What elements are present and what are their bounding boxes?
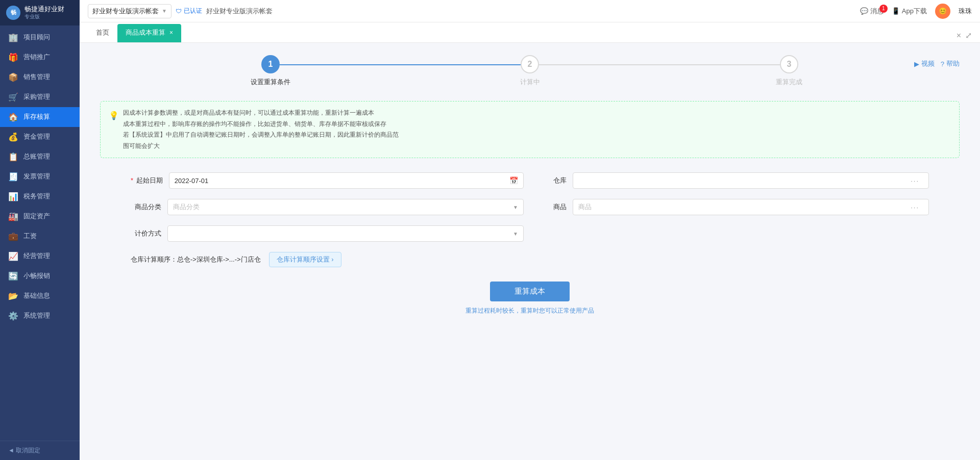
sidebar-item-marketing[interactable]: 🎁 营销推广 <box>0 47 80 67</box>
sidebar-item-sales[interactable]: 📦 销售管理 <box>0 67 80 87</box>
sidebar-item-label: 固定资产 <box>23 212 50 221</box>
payroll-icon: 💼 <box>8 232 18 241</box>
messages-button[interactable]: 💬 消息 1 <box>860 7 884 16</box>
category-select[interactable]: 商品分类 ▼ <box>167 199 524 215</box>
finance-icon: 💰 <box>8 132 18 142</box>
unpin-label: ◄ 取消固定 <box>8 446 40 455</box>
project-icon: 🏢 <box>8 33 18 42</box>
app-download-button[interactable]: 📱 App下载 <box>892 7 927 16</box>
sidebar-item-operations[interactable]: 📈 经营管理 <box>0 246 80 266</box>
sidebar-item-project[interactable]: 🏢 项目顾问 <box>0 28 80 47</box>
edition-label: 专业版 <box>24 13 64 20</box>
account-name-display: 好业财专业版演示帐套 <box>206 7 273 16</box>
sidebar-header: 畅 畅捷通好业财 专业版 <box>0 0 80 25</box>
start-date-value: 2022-07-01 <box>175 177 209 185</box>
sidebar-unpin-button[interactable]: ◄ 取消固定 <box>0 441 80 460</box>
sidebar-item-purchase[interactable]: 🛒 采购管理 <box>0 87 80 107</box>
info-line4: 围可能会扩大 <box>123 141 399 152</box>
sidebar-item-system[interactable]: ⚙️ 系统管理 <box>0 306 80 326</box>
pricing-select[interactable]: ▼ <box>167 225 524 242</box>
tab-recalc[interactable]: 商品成本重算 × <box>117 24 181 42</box>
tabs-bar: 首页 商品成本重算 × × ⤢ <box>80 22 980 43</box>
chevron-down-icon: ▼ <box>162 8 167 14</box>
topbar: 好业财专业版演示帐套 ▼ 🛡 已认证 好业财专业版演示帐套 💬 消息 1 📱 A… <box>80 0 980 22</box>
step-1-circle: 1 <box>261 55 280 73</box>
calc-order-label: 仓库计算顺序：总仓->深圳仓库->...->门店仓 <box>131 255 261 264</box>
sales-icon: 📦 <box>8 72 18 82</box>
help-link[interactable]: ? 帮助 <box>941 59 960 68</box>
warehouse-input[interactable]: ··· <box>573 172 929 189</box>
sidebar-item-label: 工资 <box>23 232 37 241</box>
calendar-icon: 📅 <box>509 176 518 185</box>
product-input[interactable]: 商品 ··· <box>573 199 929 215</box>
product-label: 商品 <box>536 202 567 212</box>
warehouse-group: 仓库 ··· <box>536 172 929 189</box>
sidebar-item-assets[interactable]: 🏭 固定资产 <box>0 207 80 226</box>
warehouse-label: 仓库 <box>536 176 567 185</box>
tab-home[interactable]: 首页 <box>88 24 117 42</box>
account-selector-name: 好业财专业版演示帐套 <box>92 7 159 16</box>
sidebar-item-label: 采购管理 <box>23 92 50 101</box>
info-box: 💡 因成本计算参数调整，或是对商品成本有疑问时，可以通过成本重算功能，重新计算一… <box>100 101 960 158</box>
sidebar-item-label: 小畅报销 <box>23 271 50 280</box>
pricing-label: 计价方式 <box>131 229 161 238</box>
product-placeholder: 商品 <box>578 202 592 212</box>
shield-icon: 🛡 <box>176 8 182 15</box>
sidebar-item-tax[interactable]: 📊 税务管理 <box>0 187 80 207</box>
steps-container: 1 设置重算条件 2 计算中 3 重算完成 <box>100 55 960 87</box>
sidebar-item-label: 系统管理 <box>23 311 50 320</box>
step-2-line <box>539 64 780 65</box>
sidebar-item-label: 资金管理 <box>23 132 50 141</box>
brand-name: 畅捷通好业财 <box>24 5 64 13</box>
sidebar-item-label: 税务管理 <box>23 192 50 201</box>
warehouse-dots-icon[interactable]: ··· <box>906 177 923 185</box>
purchase-icon: 🛒 <box>8 92 18 102</box>
form-row-2: 商品分类 商品分类 ▼ 商品 商品 ··· <box>131 199 929 215</box>
video-link[interactable]: ▶ 视频 <box>914 59 935 68</box>
submit-hint: 重算过程耗时较长，重算时您可以正常使用产品 <box>465 306 594 315</box>
info-line1: 因成本计算参数调整，或是对商品成本有疑问时，可以通过成本重算功能，重新计算一遍成… <box>123 108 399 119</box>
calc-order-settings-button[interactable]: 仓库计算顺序设置 › <box>269 252 341 267</box>
sidebar-item-label: 库存核算 <box>23 112 50 121</box>
topbar-left: 好业财专业版演示帐套 ▼ 🛡 已认证 好业财专业版演示帐套 <box>88 4 273 18</box>
inventory-icon: 🏠 <box>8 112 18 122</box>
logo-icon: 畅 <box>6 6 20 20</box>
sidebar-item-finance[interactable]: 💰 资金管理 <box>0 127 80 147</box>
verified-text: 已认证 <box>184 7 202 15</box>
calc-order-row: 仓库计算顺序：总仓->深圳仓库->...->门店仓 仓库计算顺序设置 › <box>131 252 929 267</box>
sidebar-item-inventory[interactable]: 🏠 库存核算 <box>0 107 80 127</box>
main-content: 好业财专业版演示帐套 ▼ 🛡 已认证 好业财专业版演示帐套 💬 消息 1 📱 A… <box>80 0 980 460</box>
step-2-label: 计算中 <box>520 78 540 87</box>
user-name-label: 珠珠 <box>959 7 972 16</box>
avatar-img: 😊 <box>939 7 947 15</box>
product-dots-icon[interactable]: ··· <box>906 203 923 211</box>
sidebar-item-payroll[interactable]: 💼 工资 <box>0 226 80 246</box>
form-row-3: 计价方式 ▼ <box>131 225 929 242</box>
tab-close-icon[interactable]: × <box>169 29 173 36</box>
recalc-button[interactable]: 重算成本 <box>490 282 570 301</box>
expand-window-icon[interactable]: ⤢ <box>965 31 972 40</box>
account-selector[interactable]: 好业财专业版演示帐套 ▼ <box>88 4 172 18</box>
sidebar-item-basic[interactable]: 📂 基础信息 <box>0 286 80 306</box>
pricing-group: 计价方式 ▼ <box>131 225 524 242</box>
category-group: 商品分类 商品分类 ▼ <box>131 199 524 215</box>
message-badge: 1 <box>879 5 888 13</box>
sidebar-item-expense[interactable]: 🔄 小畅报销 <box>0 266 80 286</box>
marketing-icon: 🎁 <box>8 53 18 62</box>
close-window-icon[interactable]: × <box>957 31 961 40</box>
app-download-label: App下载 <box>902 7 927 16</box>
step-3-circle: 3 <box>780 55 798 73</box>
start-date-input[interactable]: 2022-07-01 📅 <box>169 172 524 189</box>
chevron-down-icon: ▼ <box>513 231 518 237</box>
basic-icon: 📂 <box>8 291 18 301</box>
product-group: 商品 商品 ··· <box>536 199 929 215</box>
step-1-line <box>280 64 521 65</box>
sidebar-item-invoice[interactable]: 🧾 发票管理 <box>0 167 80 187</box>
operations-icon: 📈 <box>8 251 18 261</box>
info-icon: 💡 <box>109 109 119 151</box>
submit-area: 重算成本 重算过程耗时较长，重算时您可以正常使用产品 <box>131 282 929 315</box>
user-avatar[interactable]: 😊 <box>935 4 950 19</box>
sidebar-item-ledger[interactable]: 📋 总账管理 <box>0 147 80 167</box>
form-container: * 起始日期 2022-07-01 📅 仓库 ··· <box>100 172 960 315</box>
sidebar: 畅 畅捷通好业财 专业版 🏢 项目顾问 🎁 营销推广 📦 销售管理 🛒 采购管理… <box>0 0 80 460</box>
